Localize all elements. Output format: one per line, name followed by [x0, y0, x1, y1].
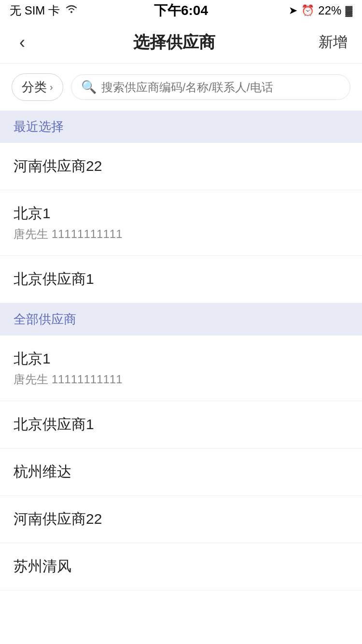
svg-point-0 — [70, 11, 72, 13]
item-sub: 唐先生 11111111111 — [14, 226, 348, 242]
location-icon: ➤ — [289, 4, 297, 17]
item-name: 河南供应商22 — [14, 509, 348, 529]
wifi-icon — [65, 4, 78, 17]
search-box: 🔍 — [71, 74, 350, 100]
category-button[interactable]: 分类 › — [12, 73, 63, 101]
status-left: 无 SIM 卡 — [10, 3, 78, 18]
status-bar: 无 SIM 卡 下午6:04 ➤ ⏰ 22% ▓ — [0, 0, 362, 21]
all-section-header: 全部供应商 — [0, 303, 362, 336]
item-name: 杭州维达 — [14, 462, 348, 482]
battery-icon: ▓ — [345, 5, 352, 16]
recent-list: 河南供应商22北京1唐先生 11111111111北京供应商1 — [0, 143, 362, 303]
item-name: 北京供应商1 — [14, 415, 348, 434]
alarm-icon: ⏰ — [301, 4, 314, 17]
add-button[interactable]: 新增 — [319, 32, 348, 52]
item-name: 苏州清风 — [14, 557, 348, 576]
search-icon: 🔍 — [81, 80, 97, 95]
back-button[interactable]: ‹ — [14, 28, 30, 57]
status-right: ➤ ⏰ 22% ▓ — [289, 4, 352, 17]
item-name: 北京1 — [14, 204, 348, 224]
all-list: 北京1唐先生 11111111111北京供应商1杭州维达河南供应商22苏州清风 — [0, 336, 362, 590]
page-title: 选择供应商 — [133, 31, 215, 54]
nav-bar: ‹ 选择供应商 新增 — [0, 21, 362, 64]
carrier-label: 无 SIM 卡 — [10, 3, 60, 18]
recent-section-title: 最近选择 — [14, 119, 64, 134]
all-section-title: 全部供应商 — [14, 312, 76, 326]
list-item[interactable]: 杭州维达 — [0, 448, 362, 496]
list-item[interactable]: 北京供应商1 — [0, 401, 362, 448]
chevron-right-icon: › — [50, 82, 53, 93]
search-input[interactable] — [101, 81, 340, 94]
battery-label: 22% — [318, 4, 341, 17]
status-time: 下午6:04 — [154, 1, 208, 20]
list-item[interactable]: 苏州清风 — [0, 543, 362, 590]
filter-bar: 分类 › 🔍 — [0, 64, 362, 111]
list-item[interactable]: 河南供应商22 — [0, 496, 362, 543]
category-label: 分类 — [22, 79, 47, 96]
list-item[interactable]: 北京1唐先生 11111111111 — [0, 336, 362, 401]
list-item[interactable]: 河南供应商22 — [0, 143, 362, 190]
list-item[interactable]: 北京供应商1 — [0, 256, 362, 303]
item-sub: 唐先生 11111111111 — [14, 372, 348, 387]
recent-section-header: 最近选择 — [0, 111, 362, 143]
item-name: 北京1 — [14, 349, 348, 369]
list-item[interactable]: 北京1唐先生 11111111111 — [0, 190, 362, 256]
item-name: 河南供应商22 — [14, 156, 348, 176]
item-name: 北京供应商1 — [14, 269, 348, 289]
